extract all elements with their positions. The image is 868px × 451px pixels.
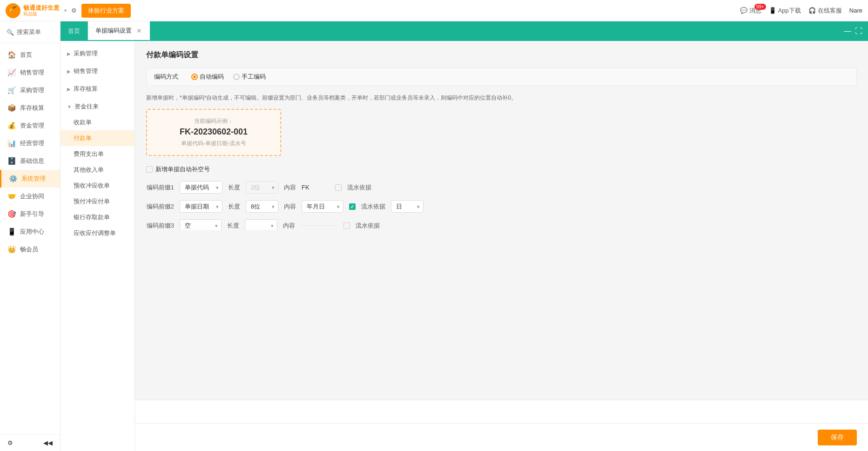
sidebar-item-home[interactable]: 🏠 首页 bbox=[0, 46, 60, 64]
subnav-inventory-label: 库存核算 bbox=[74, 85, 98, 93]
prefix1-select[interactable]: 单据代码 bbox=[180, 181, 222, 194]
tab-close-icon[interactable]: ✕ bbox=[136, 27, 142, 34]
user-menu[interactable]: Nare bbox=[849, 7, 862, 14]
info-text: 新增单据时，*单据编码*自动生成，不可编辑。前缀设置为部门、业务员等档案类，开单… bbox=[146, 94, 857, 102]
subnav-group-capital-title[interactable]: ▼ 资金往来 bbox=[61, 99, 135, 114]
sidebar-item-sales[interactable]: 📈 销售管理 bbox=[0, 64, 60, 81]
search-menu-label: 搜索菜单 bbox=[17, 28, 41, 36]
prefix3-length-select[interactable] bbox=[245, 219, 277, 229]
tab-home-label: 首页 bbox=[68, 27, 80, 35]
subnav-item-other-income[interactable]: 其他收入单 bbox=[61, 162, 135, 178]
manual-encode-option[interactable]: 手工编码 bbox=[233, 73, 266, 81]
sidebar-item-label: 企业协同 bbox=[20, 192, 44, 201]
prefix1-row: 编码前缀1 单据代码 长度 2位 内容 bbox=[146, 181, 857, 194]
sidebar-item-base[interactable]: 🗄️ 基础信息 bbox=[0, 152, 60, 170]
subnav-group-inventory-title[interactable]: ▶ 库存核算 bbox=[61, 81, 135, 97]
online-service-button[interactable]: 🎧 在线客服 bbox=[808, 7, 842, 15]
sidebar-item-member[interactable]: 👑 畅会员 bbox=[0, 241, 60, 258]
top-bar-right: 💬 消息 99+ 📱 App下载 🎧 在线客服 Nare bbox=[740, 7, 862, 15]
sidebar-item-label: 采购管理 bbox=[20, 86, 44, 94]
prefix2-select[interactable]: 单据日期 bbox=[180, 200, 222, 213]
prefix1-length-wrap: 2位 bbox=[246, 181, 278, 194]
prefix3-length-label: 长度 bbox=[227, 222, 239, 230]
auto-fill-checkbox[interactable] bbox=[146, 166, 153, 173]
app-download-button[interactable]: 📱 App下载 bbox=[769, 7, 801, 15]
subnav-item-recv-adjust[interactable]: 应收应付调整单 bbox=[61, 225, 135, 241]
prefix2-length-label: 长度 bbox=[228, 202, 240, 211]
subnav-item-expense[interactable]: 费用支出单 bbox=[61, 146, 135, 162]
sidebar-item-operations[interactable]: 📊 经营管理 bbox=[0, 135, 60, 152]
subnav-sales-label: 销售管理 bbox=[74, 67, 98, 75]
sidebar-item-finance[interactable]: 💰 资金管理 bbox=[0, 117, 60, 135]
experience-button[interactable]: 体验行业方案 bbox=[81, 4, 131, 18]
enterprise-icon: 🤝 bbox=[7, 192, 16, 201]
prefix1-label: 编码前缀1 bbox=[146, 183, 174, 192]
prefix2-stream-checkbox[interactable]: ✓ bbox=[349, 203, 356, 210]
sidebar-item-purchase[interactable]: 🛒 采购管理 bbox=[0, 81, 60, 99]
page-wrapper: 付款单编码设置 编码方式 自动编码 手工编码 bbox=[135, 41, 868, 451]
sidebar-item-enterprise[interactable]: 🤝 企业协同 bbox=[0, 188, 60, 205]
prefix1-stream-checkbox[interactable] bbox=[335, 184, 342, 191]
auto-encode-option[interactable]: 自动编码 bbox=[191, 73, 224, 81]
sidebar-item-label: 销售管理 bbox=[20, 68, 44, 77]
prefix1-length-select[interactable]: 2位 bbox=[246, 181, 278, 194]
sidebar-item-apps[interactable]: 📱 应用中心 bbox=[0, 223, 60, 241]
prefix2-content-select[interactable]: 年月日 bbox=[302, 200, 343, 213]
search-icon: 🔍 bbox=[7, 29, 14, 36]
sidebar-nav: 🏠 首页 📈 销售管理 🛒 采购管理 📦 库存核算 💰 资金管理 📊 经 bbox=[0, 43, 60, 434]
finance-icon: 💰 bbox=[7, 121, 16, 130]
app-menu-chevron[interactable]: ▾ bbox=[64, 8, 67, 13]
subnav-item-advance-pay[interactable]: 预付冲应付单 bbox=[61, 194, 135, 209]
page-title: 付款单编码设置 bbox=[146, 50, 857, 60]
subnav-arrow-sales: ▶ bbox=[67, 69, 71, 74]
sidebar-item-inventory[interactable]: 📦 库存核算 bbox=[0, 99, 60, 117]
subnav-group-purchase-title[interactable]: ▶ 采购管理 bbox=[61, 46, 135, 61]
prefix3-label: 编码前缀3 bbox=[146, 222, 174, 230]
main-area: 首页 单据编码设置 ✕ — ⛶ ▶ 采购管理 bbox=[61, 21, 868, 451]
sidebar-item-system[interactable]: ⚙️ 系统管理 bbox=[0, 170, 60, 188]
prefix2-stream-unit-wrap: 日 bbox=[391, 200, 424, 213]
code-preview-box: 当前编码示例： FK-20230602-001 单据代码-单据日期-流水号 bbox=[146, 109, 281, 156]
tab-home[interactable]: 首页 bbox=[61, 21, 88, 41]
subnav-group-sales-title[interactable]: ▶ 销售管理 bbox=[61, 63, 135, 79]
user-avatar: Nare bbox=[849, 7, 862, 14]
manual-encode-radio[interactable] bbox=[233, 74, 240, 80]
auto-encode-radio[interactable] bbox=[191, 74, 198, 80]
sidebar-footer: ⚙ ◀◀ bbox=[0, 434, 60, 451]
tab-minimize-icon[interactable]: — bbox=[844, 27, 851, 35]
tab-encoding[interactable]: 单据编码设置 ✕ bbox=[88, 21, 150, 41]
subnav-arrow-capital: ▼ bbox=[67, 104, 72, 109]
tab-bar-actions: — ⛶ bbox=[844, 27, 868, 35]
code-desc: 单据代码-单据日期-流水号 bbox=[158, 140, 269, 148]
prefix3-content-label: 内容 bbox=[283, 222, 295, 230]
sidebar-item-label: 首页 bbox=[20, 51, 32, 59]
tab-maximize-icon[interactable]: ⛶ bbox=[855, 27, 862, 35]
subnav-arrow-inventory: ▶ bbox=[67, 87, 71, 92]
sidebar-collapse-icon[interactable]: ◀◀ bbox=[43, 439, 53, 446]
save-button[interactable]: 保存 bbox=[818, 430, 857, 445]
sidebar-item-label: 新手引导 bbox=[20, 210, 44, 218]
subnav-item-advance-recv[interactable]: 预收冲应收单 bbox=[61, 178, 135, 194]
sidebar-item-label: 资金管理 bbox=[20, 121, 44, 130]
message-button[interactable]: 💬 消息 99+ bbox=[740, 7, 761, 15]
manual-encode-label: 手工编码 bbox=[242, 73, 266, 81]
search-menu-button[interactable]: 🔍 搜索菜单 bbox=[4, 26, 56, 38]
sidebar-item-label: 库存核算 bbox=[20, 104, 44, 112]
prefix3-stream-checkbox[interactable] bbox=[343, 222, 350, 229]
prefix2-stream-unit-select[interactable]: 日 bbox=[391, 200, 424, 213]
sidebar-item-guide[interactable]: 🎯 新手引导 bbox=[0, 205, 60, 223]
operations-icon: 📊 bbox=[7, 139, 16, 148]
top-bar-left: 🍊 畅通道好生意 拓品版 ▾ ⚙ 体验行业方案 bbox=[6, 3, 131, 18]
subnav-item-bank-deposit[interactable]: 银行存取款单 bbox=[61, 209, 135, 225]
prefix2-select-wrap: 单据日期 bbox=[180, 200, 222, 213]
prefix3-select[interactable]: 空 bbox=[180, 219, 222, 229]
subnav-item-receipt[interactable]: 收款单 bbox=[61, 114, 135, 130]
settings-icon[interactable]: ⚙ bbox=[71, 7, 77, 14]
sidebar-settings-icon[interactable]: ⚙ bbox=[7, 439, 13, 446]
prefix2-content-label: 内容 bbox=[284, 202, 296, 211]
main-layout: 🔍 搜索菜单 🏠 首页 📈 销售管理 🛒 采购管理 📦 库存核算 💰 bbox=[0, 21, 868, 451]
subnav-item-payment[interactable]: 付款单 bbox=[61, 130, 135, 146]
sidebar: 🔍 搜索菜单 🏠 首页 📈 销售管理 🛒 采购管理 📦 库存核算 💰 bbox=[0, 21, 61, 451]
prefix2-length-select[interactable]: 8位 bbox=[246, 200, 278, 213]
prefix3-stream-label: 流水依据 bbox=[356, 222, 380, 230]
